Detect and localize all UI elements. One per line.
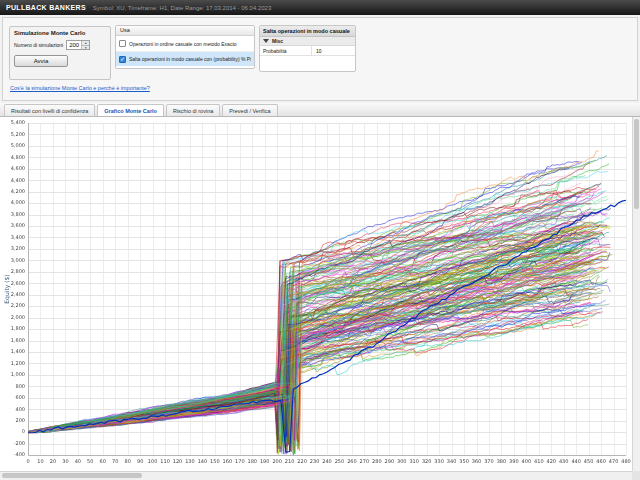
skip-trades-settings-panel: Salta operazioni in modo casuale Misc Pr… [259,25,356,72]
simulations-input[interactable]: 200 ▲ ▼ [66,40,90,50]
skip-trades-label: Salta operazioni in modo casuale con (pr… [129,56,251,62]
monte-carlo-info-link[interactable]: Cos'è la simulazione Monte Carlo e perch… [10,85,150,91]
probability-value[interactable]: 10 [312,46,355,55]
monte-carlo-chart[interactable] [0,117,632,471]
simulations-value[interactable]: 200 [67,42,81,48]
simulations-label: Numero di simulazioni [14,42,63,48]
vertical-scrollbar[interactable] [632,117,640,471]
collapse-misc-icon[interactable] [263,39,269,43]
probability-label: Probabilità [260,46,312,55]
simulations-stepper: ▲ ▼ [81,41,89,49]
app-window: PULLBACK BANKERS Symbol: XU, Timeframe: … [0,0,640,480]
tab-risk-of-ruin[interactable]: Rischio di rovina [166,104,220,116]
misc-group-label: Misc [272,38,283,44]
probability-property-row: Probabilità 10 [260,46,355,56]
option-random-order-row[interactable]: Operazioni in ordine casuale con metodo … [116,36,254,51]
title-bar: PULLBACK BANKERS Symbol: XU, Timeframe: … [0,0,640,15]
tab-predict-verify[interactable]: Prevedi / Verifica [222,104,277,116]
simulations-row: Numero di simulazioni 200 ▲ ▼ [10,38,110,52]
tab-confidence-levels[interactable]: Risultati con livelli di confidenza [4,104,95,116]
vertical-scrollbar-thumb[interactable] [634,119,639,209]
monte-carlo-settings-panel: Simulazione Monte Carlo Numero di simula… [9,26,111,80]
app-title: PULLBACK BANKERS [6,4,86,11]
random-order-checkbox[interactable] [119,40,126,47]
use-panel-title: Usa [116,26,254,36]
tab-monte-carlo-chart[interactable]: Grafico Monte Carlo [97,104,164,116]
app-subtitle: Symbol: XU, Timeframe: H1, Date Range: 1… [93,5,271,11]
horizontal-scrollbar[interactable] [0,471,632,480]
misc-group-row[interactable]: Misc [260,37,355,46]
horizontal-scrollbar-thumb[interactable] [2,473,142,478]
monte-carlo-chart-area [0,117,632,471]
monte-carlo-panel-title: Simulazione Monte Carlo [10,27,110,38]
skip-panel-title: Salta operazioni in modo casuale [260,26,355,37]
random-order-label: Operazioni in ordine casuale con metodo … [129,41,237,47]
use-options-panel: Usa Operazioni in ordine casuale con met… [115,25,255,69]
skip-trades-checkbox[interactable] [119,56,126,63]
result-tabs: Risultati con livelli di confidenza Graf… [0,103,640,117]
spin-down-icon[interactable]: ▼ [82,45,89,49]
option-skip-trades-row[interactable]: Salta operazioni in modo casuale con (pr… [116,51,254,66]
settings-region: Simulazione Monte Carlo Numero di simula… [2,17,638,101]
start-simulation-button[interactable]: Avvia [14,55,68,67]
scrollbar-corner [632,471,640,480]
